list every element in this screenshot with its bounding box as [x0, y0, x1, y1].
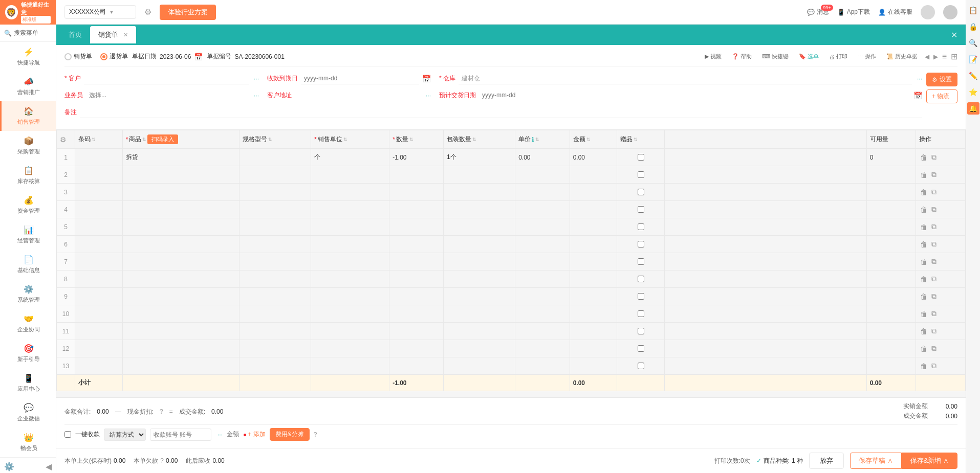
copy-icon[interactable]: ⧉: [930, 291, 938, 302]
print-btn[interactable]: 🖨 打印: [826, 51, 851, 62]
fee-question-icon[interactable]: ?: [314, 431, 317, 438]
delete-icon[interactable]: 🗑: [919, 205, 928, 215]
gift-checkbox[interactable]: [638, 258, 644, 265]
list-view-icon[interactable]: ≡: [942, 52, 947, 61]
avatar[interactable]: [921, 5, 935, 19]
copy-icon[interactable]: ⧉: [930, 169, 938, 180]
cell-amount[interactable]: 0.00: [570, 149, 617, 166]
radio-sales-order[interactable]: 销货单: [64, 52, 92, 61]
settings-button[interactable]: ⚙ 设置: [926, 73, 957, 86]
sidebar-item-inventory[interactable]: 📋 库存核算: [0, 161, 56, 190]
operation-btn[interactable]: ⋯ 操作: [855, 51, 879, 62]
copy-icon[interactable]: ⧉: [930, 152, 938, 163]
tab-home[interactable]: 首页: [60, 26, 90, 43]
sidebar-item-quick-nav[interactable]: ⚡ 快捷导航: [0, 42, 56, 72]
sort-icon-gift[interactable]: ⇅: [634, 137, 638, 142]
gift-checkbox[interactable]: [638, 310, 644, 317]
sidebar-item-purchase[interactable]: 📦 采购管理: [0, 131, 56, 161]
remarks-input[interactable]: [80, 106, 922, 118]
copy-icon[interactable]: ⧉: [930, 204, 938, 215]
gift-checkbox[interactable]: [638, 189, 644, 195]
save-draft-button[interactable]: 保存草稿 ∧: [850, 453, 902, 469]
delete-icon[interactable]: 🗑: [919, 257, 928, 267]
warehouse-input[interactable]: [459, 73, 912, 84]
scan-button[interactable]: 扫码录入: [147, 134, 178, 144]
th-settings[interactable]: ⚙: [57, 130, 75, 149]
customer-dots-icon[interactable]: ···: [254, 75, 259, 82]
right-panel-icon-5[interactable]: ✏️: [967, 70, 979, 82]
message-button[interactable]: 💬 消息 99+: [807, 8, 829, 16]
grid-view-icon[interactable]: ⊞: [951, 52, 957, 61]
tab-sales-order[interactable]: 销货单 ✕: [90, 26, 136, 43]
help-btn[interactable]: ❓ 帮助: [729, 51, 755, 62]
sidebar-search-menu[interactable]: 🔍 搜索菜单: [0, 25, 56, 42]
payment-method-select[interactable]: 结算方式: [104, 429, 146, 441]
cell-pkg-qty[interactable]: 1个: [444, 149, 515, 166]
trial-button[interactable]: 体验行业方案: [160, 5, 216, 20]
delete-icon[interactable]: 🗑: [919, 187, 928, 197]
table-settings-icon[interactable]: ⚙: [60, 136, 67, 144]
staff-dots-icon[interactable]: ···: [254, 92, 259, 99]
sidebar-item-marketing[interactable]: 📣 营销推广: [0, 72, 56, 101]
avatar-2[interactable]: [943, 5, 957, 19]
copy-icon[interactable]: ⧉: [930, 361, 938, 371]
sidebar-item-wechat[interactable]: 💬 企业微信: [0, 398, 56, 427]
sidebar-item-system[interactable]: ⚙️ 系统管理: [0, 279, 56, 309]
payment-account-input[interactable]: [150, 429, 211, 441]
radio-return-order[interactable]: 退货单: [100, 52, 128, 61]
gift-checkbox[interactable]: [638, 241, 644, 247]
history-btn[interactable]: 📜 历史单据: [883, 51, 921, 62]
sidebar-item-basic-info[interactable]: 📄 基础信息: [0, 250, 56, 279]
copy-icon[interactable]: ⧉: [930, 274, 938, 284]
expected-date-input[interactable]: [479, 89, 910, 101]
right-panel-icon-4[interactable]: 📝: [967, 53, 979, 65]
sidebar-item-collaboration[interactable]: 🤝 企业协同: [0, 309, 56, 339]
sort-icon-unit[interactable]: ⇅: [343, 137, 347, 142]
sort-icon-qty[interactable]: ⇅: [409, 137, 413, 142]
calendar-icon[interactable]: 📅: [194, 53, 203, 61]
delete-icon[interactable]: 🗑: [919, 170, 928, 180]
delete-icon[interactable]: 🗑: [919, 326, 928, 336]
cell-gift[interactable]: [617, 149, 665, 166]
payment-dots-icon[interactable]: ···: [217, 431, 223, 438]
delete-icon[interactable]: 🗑: [919, 309, 928, 319]
gift-checkbox[interactable]: [638, 171, 644, 178]
cell-product[interactable]: 拆货: [122, 149, 239, 166]
delete-icon[interactable]: 🗑: [919, 274, 928, 284]
delete-icon[interactable]: 🗑: [919, 239, 928, 250]
copy-icon[interactable]: ⧉: [930, 343, 938, 354]
settings-icon[interactable]: ⚙: [142, 5, 154, 19]
sidebar-settings-icon[interactable]: ⚙️: [4, 462, 14, 471]
sidebar-item-operations[interactable]: 📊 经营管理: [0, 220, 56, 250]
add-payment-button[interactable]: ● + 添加: [243, 430, 266, 439]
due-date-input[interactable]: [301, 73, 419, 84]
copy-icon[interactable]: ⧉: [930, 256, 938, 267]
sort-icon-spec[interactable]: ⇅: [268, 137, 272, 142]
addr-dots-icon[interactable]: ···: [426, 92, 431, 99]
cell-price[interactable]: 0.00: [515, 149, 570, 166]
question-icon[interactable]: ?: [160, 408, 163, 415]
fee-split-button[interactable]: 费用&分摊: [270, 428, 310, 441]
discard-button[interactable]: 放弃: [809, 453, 844, 469]
staff-input[interactable]: [86, 89, 249, 101]
app-download-button[interactable]: 📱 App下载: [837, 8, 870, 16]
price-info-icon[interactable]: ℹ: [532, 136, 534, 143]
delete-icon[interactable]: 🗑: [919, 152, 928, 163]
sort-icon-amount[interactable]: ⇅: [586, 137, 591, 142]
sort-icon-price[interactable]: ⇅: [535, 137, 539, 142]
right-panel-icon-6[interactable]: ⭐: [967, 86, 979, 98]
delete-icon[interactable]: 🗑: [919, 344, 928, 354]
copy-icon[interactable]: ⧉: [930, 326, 938, 336]
sidebar-item-finance[interactable]: 💰 资金管理: [0, 190, 56, 220]
copy-icon[interactable]: ⧉: [930, 239, 938, 250]
date-value[interactable]: 2023-06-06: [160, 53, 191, 60]
copy-icon[interactable]: ⧉: [930, 187, 938, 197]
sidebar-item-guide[interactable]: 🎯 新手引导: [0, 339, 56, 368]
due-date-calendar-icon[interactable]: 📅: [422, 75, 431, 83]
right-panel-icon-3[interactable]: 🔍: [967, 37, 979, 49]
delete-icon[interactable]: 🗑: [919, 222, 928, 232]
sort-icon[interactable]: ⇅: [92, 137, 96, 142]
tab-close-icon[interactable]: ✕: [123, 32, 128, 38]
warehouse-dots-icon[interactable]: ···: [917, 75, 922, 82]
sidebar-item-sales[interactable]: 🏠 销售管理: [0, 101, 56, 131]
